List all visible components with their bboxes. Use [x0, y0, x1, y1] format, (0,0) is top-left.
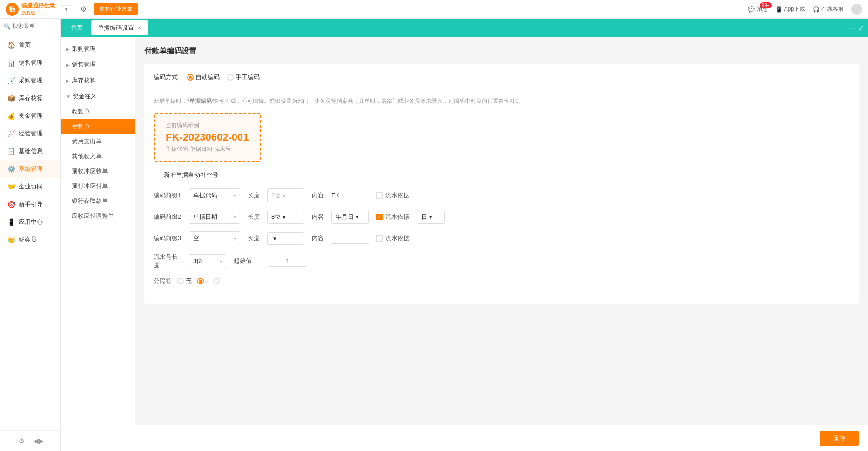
sep-dot-radio[interactable]	[213, 278, 220, 284]
operation-icon: 📈	[7, 130, 15, 137]
chevron-down-icon: ▾	[234, 236, 236, 241]
basic-icon: 📋	[7, 148, 15, 155]
sidebar-item-member[interactable]: 👑 畅会员	[0, 231, 60, 249]
chevron-down-icon: ▾	[283, 214, 286, 221]
main-layout: 🔍 搜索菜单 🏠 首页 📊 销售管理 🛒 采购管理 📦 库存核算 💰	[0, 19, 868, 451]
serial-row: 流水号长度 3位 ▾ 起始值	[154, 253, 849, 269]
arrow-icon: ▶	[66, 62, 70, 67]
sep-dot-option[interactable]: ·	[213, 278, 223, 285]
app-icon: 📱	[775, 6, 782, 13]
sidebar-item-sales[interactable]: 📊 销售管理	[0, 54, 60, 72]
content-area: 首页 单据编码设置 ✕ — ⤢ ▶ 采购管理	[61, 19, 868, 451]
save-button[interactable]: 保存	[820, 431, 859, 446]
message-icon: 💬	[748, 6, 755, 13]
preview-box: 当前编码示例： FK-20230602-001 单据代码-单据日期-流水号	[154, 113, 261, 162]
encode-method-radio-group: 自动编码 手工编码	[187, 73, 260, 81]
tab-encode-setting[interactable]: 单据编码设置 ✕	[91, 20, 148, 35]
menu-group-purchase: ▶ 采购管理	[61, 41, 135, 57]
sep-none-option[interactable]: 无	[177, 277, 192, 285]
menu-group-inventory-header[interactable]: ▶ 库存核算	[61, 73, 135, 88]
page-content: 付款单编码设置 编码方式 自动编码 手工编码	[135, 37, 868, 425]
tab-bar: 首页 单据编码设置 ✕ — ⤢	[61, 19, 868, 37]
content3-input[interactable]	[331, 233, 369, 244]
prefix1-select[interactable]: 单据代码 ▾	[189, 188, 240, 202]
sidebar-item-operation[interactable]: 📈 经营管理	[0, 125, 60, 142]
logo-icon: 畅	[6, 3, 19, 16]
sidebar-item-basic[interactable]: 📋 基础信息	[0, 142, 60, 160]
auto-encode-radio[interactable]: 自动编码	[187, 73, 220, 81]
prefix2-select[interactable]: 单据日期 ▾	[189, 210, 240, 224]
tab-home[interactable]: 首页	[64, 20, 89, 35]
menu-item-advance-payable[interactable]: 预付冲应付单	[61, 179, 135, 194]
sidebar-nav: 🏠 首页 📊 销售管理 🛒 采购管理 📦 库存核算 💰 资金管理 📈 经	[0, 34, 60, 430]
menu-item-advance-receivable[interactable]: 预收冲应收单	[61, 164, 135, 179]
sidebar-item-finance[interactable]: 💰 资金管理	[0, 107, 60, 125]
waterflow1-checkbox[interactable]	[376, 192, 383, 199]
prefix3-select[interactable]: 空 ▾	[189, 231, 240, 245]
sep-none-radio[interactable]	[177, 278, 184, 284]
length2-select[interactable]: 8位 ▾	[267, 210, 304, 224]
auto-fill-checkbox[interactable]	[154, 172, 160, 178]
menu-group-capital-header[interactable]: ▼ 资金往来	[61, 88, 135, 104]
sidebar-item-enterprise[interactable]: 🤝 企业协同	[0, 178, 60, 195]
sidebar-item-newguide[interactable]: 🎯 新手引导	[0, 195, 60, 213]
auto-encode-radio-circle[interactable]	[187, 74, 194, 81]
day-select[interactable]: 日 ▾	[417, 210, 445, 224]
search-menu[interactable]: 🔍 搜索菜单	[0, 19, 60, 34]
length1-select[interactable]: 2位 ▾	[267, 188, 304, 202]
menu-item-receipt[interactable]: 收款单	[61, 104, 135, 119]
trial-button[interactable]: 体验行业方案	[94, 3, 138, 15]
sidebar-item-system[interactable]: ⚙️ 系统管理	[0, 160, 60, 178]
search-icon: 🔍	[4, 23, 11, 30]
manual-encode-radio-circle[interactable]	[227, 74, 234, 81]
top-bar-right: 💬 消息 99+ 📱 App下载 🎧 在线客服	[748, 4, 862, 15]
menu-item-payment[interactable]: 付款单	[61, 119, 135, 134]
menu-group-purchase-header[interactable]: ▶ 采购管理	[61, 41, 135, 57]
length3-select[interactable]: ▾	[267, 232, 304, 245]
sep-dash-option[interactable]: ·	[197, 278, 208, 285]
sidebar-item-purchase[interactable]: 🛒 采购管理	[0, 72, 60, 89]
content2-select[interactable]: 年月日 ▾	[331, 210, 369, 224]
top-bar: 畅 畅捷通好生意 旗舰版 ▼ ⚙ 体验行业方案 💬 消息 99+ 📱 App下载…	[0, 0, 868, 19]
sidebar-item-home[interactable]: 🏠 首页	[0, 36, 60, 54]
tab-maximize-icon[interactable]: ⤢	[858, 24, 864, 33]
waterflow2-checkbox[interactable]: ✓	[376, 214, 383, 220]
tab-minimize-icon[interactable]: —	[847, 24, 855, 32]
sidebar-item-apps[interactable]: 📱 应用中心	[0, 213, 60, 231]
enterprise-icon: 🤝	[7, 183, 15, 190]
waterflow3-checkbox[interactable]	[376, 235, 383, 242]
chevron-down-icon: ▾	[429, 214, 432, 221]
newguide-icon: 🎯	[7, 201, 15, 208]
arrow-icon: ▶	[66, 78, 70, 83]
auto-fill-row: 新增单据自动补空号	[154, 171, 849, 179]
serial-length-select[interactable]: 3位 ▾	[189, 254, 226, 268]
chevron-down-icon: ▾	[234, 215, 236, 220]
settings-bottom-icon[interactable]: ⚙	[15, 434, 28, 447]
menu-item-other-income[interactable]: 其他收入单	[61, 149, 135, 164]
user-avatar[interactable]	[851, 4, 862, 15]
menu-item-receivable-adjust[interactable]: 应收应付调整单	[61, 209, 135, 223]
company-selector[interactable]: ▼	[60, 5, 73, 13]
bottom-bar: 保存	[61, 425, 868, 451]
menu-item-bank-deposit[interactable]: 银行存取款单	[61, 194, 135, 209]
manual-encode-radio[interactable]: 手工编码	[227, 73, 260, 81]
online-service-button[interactable]: 🎧 在线客服	[813, 5, 844, 13]
prefix-row-2: 编码前缀2 单据日期 ▾ 长度 8位 ▾ 内容 年月日	[154, 210, 849, 224]
settings-icon[interactable]: ⚙	[77, 3, 90, 16]
tab-bar-right: — ⤢	[847, 24, 864, 33]
sidebar-item-inventory[interactable]: 📦 库存核算	[0, 89, 60, 107]
start-value-input[interactable]	[269, 256, 306, 267]
sep-dash-radio[interactable]	[197, 278, 204, 284]
tab-close-icon[interactable]: ✕	[137, 25, 141, 31]
collapse-icon[interactable]: ◀▶	[32, 434, 45, 447]
menu-group-sales-header[interactable]: ▶ 销售管理	[61, 57, 135, 73]
sidebar-bottom: ⚙ ◀▶	[0, 430, 60, 451]
logo: 畅 畅捷通好生意 旗舰版	[6, 2, 55, 16]
menu-item-expense[interactable]: 费用支出单	[61, 134, 135, 149]
message-button[interactable]: 💬 消息 99+	[748, 5, 768, 13]
system-icon: ⚙️	[7, 165, 15, 173]
content1-input[interactable]	[331, 190, 369, 201]
inner-layout: ▶ 采购管理 ▶ 销售管理 ▶ 库存核算	[61, 37, 868, 425]
app-download-button[interactable]: 📱 App下载	[775, 5, 805, 13]
top-bar-controls: ▼ ⚙ 体验行业方案	[60, 3, 138, 16]
